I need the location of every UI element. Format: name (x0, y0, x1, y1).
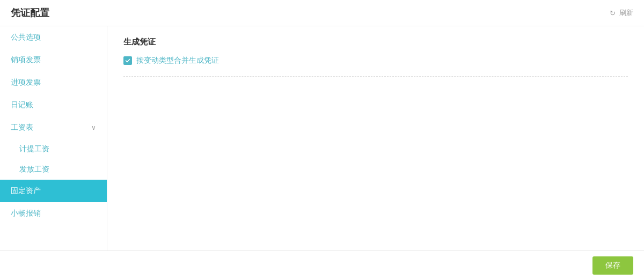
sidebar-item-expense-report[interactable]: 小畅报销 (0, 202, 107, 225)
section-divider (123, 76, 628, 77)
section-title: 生成凭证 (123, 37, 628, 47)
sidebar-label-pay-salary: 发放工资 (19, 165, 49, 173)
sidebar-item-fixed-assets[interactable]: 固定资产 (0, 180, 107, 202)
header: 凭证配置 ↻ 刷新 (0, 0, 644, 26)
sidebar-item-sales-invoice[interactable]: 销项发票 (0, 49, 107, 71)
sidebar-label-calc-salary: 计提工资 (19, 144, 49, 153)
save-button[interactable]: 保存 (592, 256, 633, 275)
refresh-button[interactable]: ↻ 刷新 (610, 8, 633, 18)
sidebar-item-pay-salary[interactable]: 发放工资 (0, 159, 107, 180)
sidebar-label-purchase-invoice: 进项发票 (11, 78, 41, 87)
refresh-icon: ↻ (610, 9, 617, 17)
sidebar-item-public-options[interactable]: 公共选项 (0, 26, 107, 49)
sidebar-label-sales-invoice: 销项发票 (11, 55, 41, 65)
sidebar-label-payroll: 工资表 (11, 123, 33, 132)
footer: 保存 (0, 250, 644, 280)
content-area: 生成凭证 按变动类型合并生成凭证 (107, 26, 644, 250)
sidebar-label-expense-report: 小畅报销 (11, 209, 41, 218)
chevron-down-icon: ∨ (91, 124, 96, 131)
sidebar-item-payroll[interactable]: 工资表∨ (0, 116, 107, 139)
sidebar-item-calc-salary[interactable]: 计提工资 (0, 139, 107, 159)
merge-checkbox[interactable] (123, 56, 132, 65)
sidebar-item-purchase-invoice[interactable]: 进项发票 (0, 71, 107, 94)
refresh-label: 刷新 (619, 8, 633, 18)
checkbox-label: 按变动类型合并生成凭证 (136, 56, 219, 65)
sidebar-label-fixed-assets: 固定资产 (11, 186, 41, 196)
page-title: 凭证配置 (11, 6, 49, 19)
checkbox-row: 按变动类型合并生成凭证 (123, 56, 628, 65)
sidebar-label-journal: 日记账 (11, 100, 33, 110)
sidebar-label-public-options: 公共选项 (11, 33, 41, 42)
sidebar: 公共选项销项发票进项发票日记账工资表∨计提工资发放工资固定资产小畅报销 (0, 26, 107, 250)
main-layout: 公共选项销项发票进项发票日记账工资表∨计提工资发放工资固定资产小畅报销 生成凭证… (0, 26, 644, 250)
sidebar-item-journal[interactable]: 日记账 (0, 94, 107, 116)
